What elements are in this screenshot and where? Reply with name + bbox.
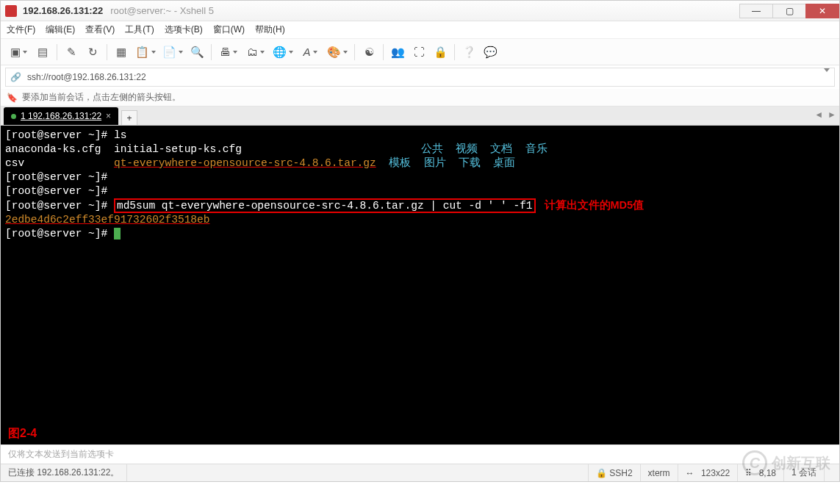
ls-item: initial-setup-ks.cfg: [114, 143, 242, 155]
status-size-text: 123x22: [701, 468, 730, 478]
search-button[interactable]: 🔍: [187, 42, 207, 62]
status-ssh-text: SSH2: [609, 468, 632, 478]
toolbar-separator: [354, 44, 355, 60]
window-title-host: 192.168.26.131:22: [23, 5, 103, 16]
link-icon: 🔗: [10, 72, 21, 82]
address-input[interactable]: [26, 71, 819, 83]
disconnect-button[interactable]: ↻: [82, 42, 103, 62]
annotation-text: 计算出文件的MD5值: [545, 199, 645, 211]
status-ssh: 🔒SSH2: [588, 464, 639, 481]
minimize-button[interactable]: —: [739, 4, 773, 18]
ls-file-highlight: qt-everywhere-opensource-src-4.8.6.tar.g…: [114, 157, 376, 169]
ls-dir: 桌面: [493, 157, 515, 169]
ls-dir: 文档: [490, 143, 512, 155]
new-session-button[interactable]: ▣: [5, 42, 32, 62]
status-pos: ⠿ 8,18: [737, 464, 783, 481]
menu-view[interactable]: 查看(V): [85, 24, 115, 36]
menu-file[interactable]: 文件(F): [7, 24, 35, 36]
copy-button[interactable]: 📋: [132, 42, 159, 62]
print-button[interactable]: 🖶: [215, 42, 242, 62]
app-icon: [5, 5, 17, 17]
hint-icon: 🔖: [7, 93, 18, 103]
menu-tool[interactable]: 工具(T): [125, 24, 154, 36]
grid-icon: ⠿: [745, 468, 752, 478]
ls-dir: 音乐: [525, 143, 548, 155]
prompt: [root@server ~]#: [5, 129, 114, 141]
ls-dir: 视频: [456, 143, 478, 155]
toolbar-separator: [211, 44, 212, 60]
md5-output: 2edbe4d6c2eff33ef91732602f3518eb: [5, 214, 209, 226]
script-button[interactable]: ☯: [359, 42, 379, 62]
ls-dir: 公共: [421, 143, 443, 155]
command-highlight-box: md5sum qt-everywhere-opensource-src-4.8.…: [114, 198, 536, 213]
menu-tab[interactable]: 选项卡(B): [165, 24, 203, 36]
close-tab-icon[interactable]: ×: [106, 111, 111, 121]
title-bar: 192.168.26.131:22 root@server:~ - Xshell…: [1, 1, 839, 21]
properties-button[interactable]: ▦: [111, 42, 132, 62]
terminal-cursor: [114, 228, 121, 240]
ls-dir: 图片: [424, 157, 446, 169]
status-term: xterm: [640, 464, 678, 481]
add-tab-button[interactable]: +: [121, 110, 137, 125]
help-button[interactable]: ❔: [459, 42, 479, 62]
globe-button[interactable]: 🌐: [270, 42, 296, 62]
menu-help[interactable]: 帮助(H): [255, 24, 285, 36]
menu-bar: 文件(F) 编辑(E) 查看(V) 工具(T) 选项卡(B) 窗口(W) 帮助(…: [1, 21, 839, 39]
status-corner: [824, 464, 839, 481]
status-bar: 已连接 192.168.26.131:22。 🔒SSH2 xterm ↔ 123…: [1, 464, 839, 481]
terminal[interactable]: [root@server ~]# ls anaconda-ks.cfg init…: [1, 126, 839, 444]
status-size: ↔ 123x22: [678, 464, 738, 481]
toolbar-separator: [57, 44, 57, 60]
address-dropdown[interactable]: [824, 72, 830, 82]
status-dot-icon: [11, 114, 16, 119]
address-bar: 🔗: [5, 68, 835, 87]
ls-item: csv: [5, 157, 24, 169]
send-hint-text: 仅将文本发送到当前选项卡: [8, 448, 114, 461]
prompt: [root@server ~]#: [5, 228, 114, 240]
menu-window[interactable]: 窗口(W): [213, 24, 245, 36]
color-button[interactable]: 🎨: [324, 42, 351, 62]
lock-button[interactable]: 🔒: [430, 42, 450, 62]
session-tab-label: 1 192.168.26.131:22: [21, 111, 101, 121]
prompt: [root@server ~]#: [5, 171, 107, 183]
send-hint: 仅将文本发送到当前选项卡: [1, 444, 839, 464]
resize-icon: ↔: [686, 468, 694, 478]
fullscreen-button[interactable]: ⛶: [409, 42, 429, 62]
window-title-sub: root@server:~ - Xshell 5: [110, 5, 214, 16]
open-button[interactable]: ▤: [32, 42, 53, 62]
tab-next-icon[interactable]: ►: [828, 109, 836, 120]
status-pos-text: 8,18: [759, 468, 776, 478]
figure-label: 图2-4: [8, 426, 37, 440]
font-button[interactable]: A: [297, 42, 323, 62]
chat-button[interactable]: 💬: [480, 42, 500, 62]
tab-bar: 1 192.168.26.131:22 × + ◄ ►: [1, 107, 839, 126]
toolbar-separator: [107, 44, 107, 60]
session-tab[interactable]: 1 192.168.26.131:22 ×: [4, 107, 118, 125]
tab-prev-icon[interactable]: ◄: [814, 109, 823, 120]
prompt: [root@server ~]#: [5, 200, 114, 212]
toolbar: ▣ ▤ ✎ ↻ ▦ 📋 📄 🔍 🖶 🗂 🌐 A 🎨 ☯ 👥 ⛶ 🔒 ❔ 💬: [1, 39, 839, 65]
hint-text: 要添加当前会话，点击左侧的箭头按钮。: [22, 91, 181, 104]
close-button[interactable]: ✕: [805, 4, 839, 18]
transfer-button[interactable]: 🗂: [243, 42, 269, 62]
tab-nav: ◄ ►: [814, 109, 836, 120]
prompt: [root@server ~]#: [5, 185, 107, 197]
ls-dir: 下载: [459, 157, 481, 169]
lock-icon: 🔒: [596, 468, 607, 478]
ls-item: anaconda-ks.cfg: [5, 143, 101, 155]
paste-button[interactable]: 📄: [159, 42, 186, 62]
command-text: ls: [114, 129, 126, 141]
toolbar-separator: [454, 44, 455, 60]
maximize-button[interactable]: ▢: [772, 4, 806, 18]
toolbar-separator: [383, 44, 384, 60]
hint-bar: 🔖 要添加当前会话，点击左侧的箭头按钮。: [1, 89, 839, 107]
status-connection: 已连接 192.168.26.131:22。: [1, 464, 127, 481]
reconnect-button[interactable]: ✎: [61, 42, 82, 62]
status-sessions: 1 会话: [783, 464, 824, 481]
menu-edit[interactable]: 编辑(E): [46, 24, 75, 36]
users-button[interactable]: 👥: [387, 42, 408, 62]
ls-dir: 模板: [389, 157, 411, 169]
